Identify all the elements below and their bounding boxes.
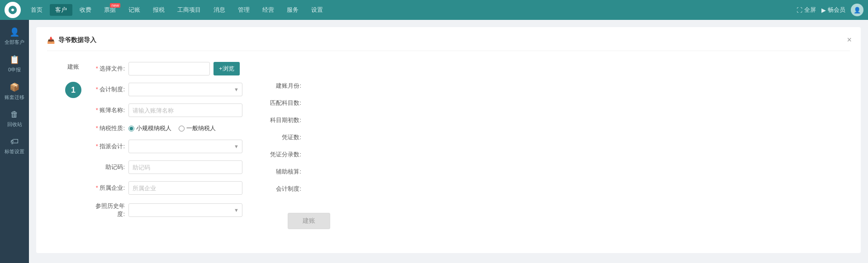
fullscreen-label: 全屏 bbox=[804, 6, 816, 14]
dialog-title-icon: 📥 bbox=[47, 37, 55, 44]
nav-right: ⛶ 全屏 ▶ 畅会员 👤 bbox=[797, 4, 863, 16]
all-customers-icon: 👤 bbox=[9, 27, 19, 37]
nav-items: 首页 客户 收费 票据 new 记账 报税 工商项目 消息 管理 经营 服务 设… bbox=[25, 4, 797, 16]
aux-calc-label: 辅助核算: bbox=[261, 168, 301, 176]
recycle-icon: 🗑 bbox=[10, 110, 19, 119]
sidebar: 👤 全部客户 📋 0申报 📦 账套迁移 🗑 回收站 🏷 标签设置 bbox=[0, 20, 29, 263]
vip-label: 畅会员 bbox=[828, 6, 845, 14]
memo-code-label: 助记码: bbox=[89, 163, 125, 171]
declare-icon: 📋 bbox=[9, 55, 19, 65]
tax-general-text: 一般纳税人 bbox=[186, 124, 216, 132]
create-month-label: 建账月份: bbox=[261, 82, 301, 90]
info-panel: 建账月份: 匹配科目数: 科目期初数: 凭证数: bbox=[261, 80, 351, 193]
accounting-label: 会计制度: bbox=[89, 85, 125, 94]
voucher-entries-label: 凭证分录数: bbox=[261, 150, 301, 159]
tax-type-row: 纳税性质: 小规模纳税人 一般纳税人 bbox=[89, 124, 242, 132]
accountant-select-wrap: ▼ bbox=[128, 140, 242, 153]
tax-small-label[interactable]: 小规模纳税人 bbox=[128, 124, 171, 132]
step-circle: 1 bbox=[65, 82, 81, 98]
fullscreen-button[interactable]: ⛶ 全屏 bbox=[797, 6, 816, 14]
top-nav: 首页 客户 收费 票据 new 记账 报税 工商项目 消息 管理 经营 服务 设… bbox=[0, 0, 868, 20]
nav-home[interactable]: 首页 bbox=[25, 4, 48, 16]
form-body: 建账 1 选择文件: +浏览 会计制度: bbox=[47, 62, 850, 229]
step-section-label: 建账 bbox=[67, 63, 79, 71]
voucher-entries-row: 凭证分录数: bbox=[261, 150, 351, 159]
dialog-title: 导爷数据导入 bbox=[58, 36, 96, 44]
voucher-row: 凭证数: bbox=[261, 133, 351, 141]
file-input[interactable] bbox=[128, 62, 210, 75]
nav-customer[interactable]: 客户 bbox=[50, 4, 72, 16]
sidebar-item-tag-label: 标签设置 bbox=[5, 148, 24, 155]
ledger-name-row: 账簿名称: bbox=[89, 103, 242, 117]
nav-billing[interactable]: 收费 bbox=[74, 4, 97, 16]
main-layout: 👤 全部客户 📋 0申报 📦 账套迁移 🗑 回收站 🏷 标签设置 📥 导爷数据导… bbox=[0, 20, 868, 263]
accountant-label: 指派会计: bbox=[89, 142, 125, 150]
history-year-select[interactable] bbox=[128, 203, 242, 217]
sidebar-item-declare[interactable]: 📋 0申报 bbox=[2, 51, 27, 77]
company-input[interactable] bbox=[128, 181, 242, 195]
dialog-card: 📥 导爷数据导入 × 建账 1 选择文件: bbox=[36, 27, 861, 253]
nav-msg[interactable]: 消息 bbox=[208, 4, 231, 16]
tax-type-radio-group: 小规模纳税人 一般纳税人 bbox=[128, 124, 216, 132]
memo-code-input[interactable] bbox=[128, 160, 242, 174]
voucher-label: 凭证数: bbox=[261, 133, 301, 141]
main-content: 📥 导爷数据导入 × 建账 1 选择文件: bbox=[29, 20, 868, 263]
browse-button[interactable]: +浏览 bbox=[213, 62, 240, 75]
nav-service[interactable]: 服务 bbox=[281, 4, 304, 16]
nav-invoice-badge: new bbox=[110, 3, 120, 8]
history-year-select-wrap: ▼ bbox=[128, 203, 242, 217]
accountant-select[interactable] bbox=[128, 140, 242, 153]
sidebar-item-all-customers[interactable]: 👤 全部客户 bbox=[2, 23, 27, 49]
svg-point-1 bbox=[11, 9, 14, 11]
sidebar-item-migrate[interactable]: 📦 账套迁移 bbox=[2, 79, 27, 104]
form-grid: 选择文件: +浏览 会计制度: ▼ bbox=[89, 62, 242, 218]
memo-code-row: 助记码: bbox=[89, 160, 242, 174]
nav-invoice[interactable]: 票据 new bbox=[99, 4, 121, 16]
account-system-label: 会计制度: bbox=[261, 185, 301, 193]
avatar-icon: 👤 bbox=[854, 7, 861, 14]
nav-biz[interactable]: 工商项目 bbox=[172, 4, 206, 16]
account-system-row: 会计制度: bbox=[261, 185, 351, 193]
sidebar-item-tag[interactable]: 🏷 标签设置 bbox=[2, 133, 27, 159]
sidebar-item-recycle-label: 回收站 bbox=[7, 121, 22, 128]
tax-general-label[interactable]: 一般纳税人 bbox=[179, 124, 216, 132]
ledger-name-input[interactable] bbox=[128, 103, 242, 117]
match-subject-label: 匹配科目数: bbox=[261, 99, 301, 107]
form-left: 建账 1 选择文件: +浏览 会计制度: bbox=[65, 62, 242, 229]
vip-button[interactable]: ▶ 畅会员 bbox=[821, 6, 845, 14]
accounting-select-wrap: ▼ bbox=[128, 83, 242, 96]
nav-ledger[interactable]: 记账 bbox=[123, 4, 146, 16]
tax-small-radio[interactable] bbox=[128, 126, 134, 132]
file-label: 选择文件: bbox=[89, 65, 125, 73]
dialog-close-button[interactable]: × bbox=[847, 35, 852, 45]
fullscreen-icon: ⛶ bbox=[797, 7, 802, 14]
history-year-row: 参照历史年度: ▼ bbox=[89, 202, 242, 218]
accounting-row: 会计制度: ▼ bbox=[89, 83, 242, 96]
tax-general-radio[interactable] bbox=[179, 126, 185, 132]
company-row: 所属企业: bbox=[89, 181, 242, 195]
subject-init-label: 科目期初数: bbox=[261, 116, 301, 124]
subject-init-row: 科目期初数: bbox=[261, 116, 351, 124]
sidebar-item-recycle[interactable]: 🗑 回收站 bbox=[2, 106, 27, 132]
tag-icon: 🏷 bbox=[10, 137, 19, 146]
match-subject-row: 匹配科目数: bbox=[261, 99, 351, 107]
nav-operation[interactable]: 经营 bbox=[257, 4, 280, 16]
dialog-header: 📥 导爷数据导入 bbox=[47, 36, 850, 51]
file-row: 选择文件: +浏览 bbox=[89, 62, 242, 75]
sidebar-item-all-customers-label: 全部客户 bbox=[5, 39, 24, 46]
sidebar-item-migrate-label: 账套迁移 bbox=[5, 94, 24, 101]
accountant-row: 指派会计: ▼ bbox=[89, 140, 242, 153]
app-logo bbox=[5, 2, 21, 18]
nav-tax[interactable]: 报税 bbox=[147, 4, 170, 16]
tax-small-text: 小规模纳税人 bbox=[136, 124, 171, 132]
create-account-button[interactable]: 建账 bbox=[288, 213, 330, 229]
avatar[interactable]: 👤 bbox=[851, 4, 863, 16]
nav-settings[interactable]: 设置 bbox=[306, 4, 328, 16]
create-month-row: 建账月份: bbox=[261, 82, 351, 90]
accounting-select[interactable] bbox=[128, 83, 242, 96]
ledger-name-label: 账簿名称: bbox=[89, 106, 125, 114]
nav-manage[interactable]: 管理 bbox=[232, 4, 255, 16]
vip-icon: ▶ bbox=[821, 7, 826, 14]
history-year-label: 参照历史年度: bbox=[89, 202, 125, 218]
tax-type-label: 纳税性质: bbox=[89, 124, 125, 132]
